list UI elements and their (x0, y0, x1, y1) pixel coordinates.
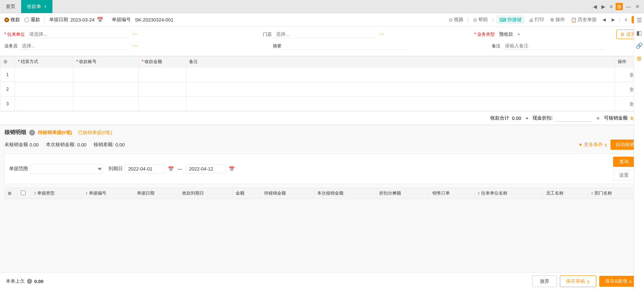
discard-btn[interactable]: 放弃 (532, 275, 557, 287)
writeoff-section: 核销明细 i 待核销单据(0笔) 已核销单据(0笔) 未核销金额 0.00 本次… (0, 125, 644, 272)
account-cell-1[interactable] (73, 67, 139, 82)
shortcut-icon: ⌨ (499, 17, 506, 23)
writeoff-stats: 未核销金额 0.00 本次核销金额: 0.00 核销差额: 0.00 ▼ 更多条… (4, 140, 640, 150)
tab-receipt[interactable]: 收款单 × (21, 0, 52, 13)
table-area: ⚙ * 结算方式 * 收款账号 * 收款金额 备注 操作 1 (0, 56, 644, 111)
amount-cell-1[interactable] (139, 67, 186, 82)
settlement-cell-1[interactable] (15, 67, 73, 82)
delete-row-2-icon[interactable]: 🗑 (629, 86, 634, 92)
bottom-bar: 本单上欠 i 0.00 放弃 保存草稿 ∧ 保存&新增 ∧ (0, 272, 644, 290)
tab-close-all-icon[interactable]: ✕ (634, 3, 641, 10)
table-row: 1 🗑 ⊞ (0, 67, 644, 82)
help-icon: ⊙ (473, 17, 477, 23)
query-btn[interactable]: 查询 (613, 157, 635, 167)
gear-icon: ⚙ (620, 32, 625, 37)
tab-home[interactable]: 首页 (0, 0, 21, 13)
remark-cell-3[interactable] (186, 97, 615, 111)
writeoff-stats-right: ▼ 更多条件 ∧ 自动核销 (578, 140, 640, 150)
staff-input[interactable] (20, 42, 129, 50)
help-btn[interactable]: ⊙ 帮助 (472, 16, 489, 24)
table-gear-header[interactable]: ⚙ (0, 56, 15, 67)
operation-btn[interactable]: ⚙ 操作 (549, 16, 566, 24)
tab-menu-icon[interactable]: ≡ (608, 3, 614, 10)
counterparty-input[interactable] (27, 30, 129, 38)
tab-close-icon[interactable]: × (44, 4, 47, 9)
nav-prev-icon[interactable]: ◀ (601, 16, 607, 23)
tab-prev-icon[interactable]: ◀ (592, 3, 598, 10)
tab-minimize-icon[interactable]: — (624, 3, 632, 10)
writeoff-title: 核销明细 (4, 129, 26, 136)
filter-actions: 查询 设置 (613, 157, 635, 181)
due-date-from-input[interactable] (125, 164, 165, 173)
range-select[interactable] (30, 164, 103, 174)
save-draft-dropdown-icon[interactable]: ∧ (586, 279, 590, 284)
discount-input[interactable] (556, 114, 592, 122)
refund-radio[interactable]: 退款 (24, 16, 40, 23)
calendar-from-icon[interactable]: 📅 (168, 166, 174, 172)
range-filter: 单据范围 ▼ (9, 164, 103, 174)
sidebar-icon-3[interactable]: 🔗 (634, 41, 644, 51)
nav-next-icon[interactable]: ▶ (610, 16, 616, 23)
wo-gear-header[interactable]: ⚙ (5, 188, 18, 199)
remark-cell-2[interactable] (186, 82, 615, 97)
filter-icon: ▼ (578, 142, 583, 148)
business-type-field: * 业务类型 预收款 ▼ (474, 31, 616, 38)
summary-field: 摘要 (273, 42, 470, 50)
filter-settings-btn[interactable]: 设置 (613, 170, 635, 181)
net-amount-label: 可核销金额 (604, 115, 628, 121)
staff-more-icon[interactable]: ··· (131, 43, 139, 49)
pending-writeoff-tab[interactable]: 待核销单据(0笔) (38, 129, 72, 136)
amount-cell-3[interactable] (139, 97, 186, 111)
save-new-btn[interactable]: 保存&新增 ∧ (599, 276, 638, 287)
tab-next-icon[interactable]: ▶ (600, 3, 607, 10)
save-new-dropdown-icon[interactable]: ∧ (629, 279, 632, 284)
wo-amount-header: 金额 (232, 188, 261, 199)
delete-row-1-icon[interactable]: 🗑 (629, 72, 634, 78)
writeoff-info-icon[interactable]: i (29, 130, 35, 136)
sidebar-icon-1[interactable]: ☰ (635, 15, 643, 25)
wo-current-header: 本次核销金额 (314, 188, 376, 199)
store-input[interactable] (274, 30, 376, 38)
tab-grid-icon[interactable]: ⊞ (616, 3, 623, 10)
settlement-cell-2[interactable] (15, 82, 73, 97)
print-btn[interactable]: 🖨 打印 (527, 16, 546, 24)
amount-cell-2[interactable] (139, 82, 186, 97)
sidebar-icon-2[interactable]: ◧ (635, 28, 643, 38)
shortcut-btn[interactable]: ⌨ 快捷键 (496, 15, 525, 24)
business-type-value: 预收款 (499, 31, 513, 38)
wo-checkbox-header[interactable] (18, 188, 31, 199)
account-cell-2[interactable] (73, 82, 139, 97)
wo-due-date-header: 收款到期日 (179, 188, 232, 199)
sidebar-icon-4[interactable]: ⊞ (635, 54, 643, 63)
toolbar: 收款 退款 单据日期 2023-03-24 📅 单据编号 SK-20230324… (0, 13, 644, 27)
completed-writeoff-tab[interactable]: 已核销单据(0笔) (78, 129, 112, 136)
history-btn[interactable]: 📋 历史单据 (569, 16, 598, 24)
wo-type-header: ↕ 单据类型 (31, 188, 83, 199)
remark-cell-1[interactable] (186, 67, 615, 82)
total-info-icon[interactable]: i (27, 279, 32, 284)
counterparty-more-icon[interactable]: ··· (131, 31, 139, 38)
main-content: 收款 退款 单据日期 2023-03-24 📅 单据编号 SK-20230324… (0, 13, 644, 290)
due-date-to-input[interactable] (186, 164, 226, 173)
receipt-refund-group: 收款 退款 (4, 16, 40, 23)
more-conditions-btn[interactable]: ▼ 更多条件 ∧ (578, 141, 608, 148)
store-more-icon[interactable]: ··· (378, 31, 386, 38)
video-btn[interactable]: ⊙ 视频 (447, 16, 465, 24)
summary-input[interactable] (284, 42, 408, 50)
history-icon: 📋 (571, 17, 577, 23)
select-all-checkbox[interactable] (21, 191, 25, 195)
wo-dept-header: ↕ 部门名称 (588, 188, 640, 199)
settlement-cell-3[interactable] (15, 97, 73, 111)
calendar-to-icon[interactable]: 📅 (229, 166, 235, 172)
table-row: 2 🗑 ⊞ (0, 82, 644, 97)
view-list-icon[interactable]: ≡ (623, 16, 629, 23)
remark-input[interactable] (503, 42, 605, 50)
calendar-icon[interactable]: 📅 (97, 17, 103, 23)
right-sidebar: ☰ ◧ 🔗 ⊞ (634, 13, 644, 290)
account-cell-3[interactable] (73, 97, 139, 111)
business-type-dropdown-icon[interactable]: ▼ (517, 32, 521, 36)
receipt-radio[interactable]: 收款 (4, 16, 20, 23)
save-draft-btn[interactable]: 保存草稿 ∧ (560, 275, 596, 287)
delete-row-3-icon[interactable]: 🗑 (629, 101, 634, 107)
equal-label: = (597, 115, 600, 121)
